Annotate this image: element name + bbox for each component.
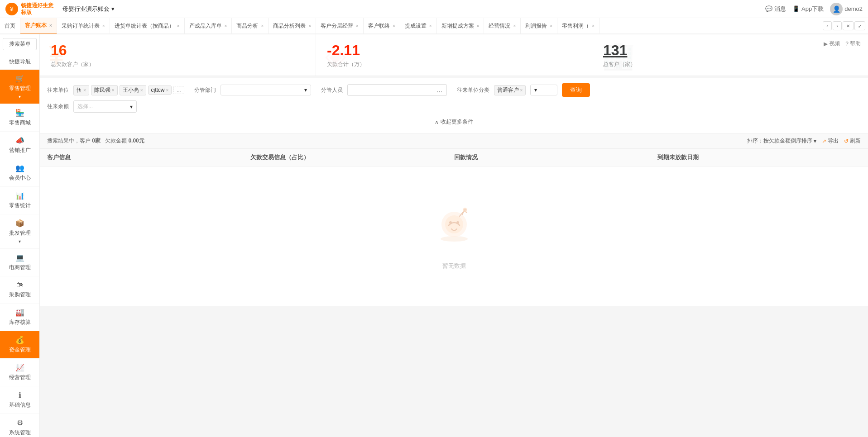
filter-row-1: 往来单位 伍 × 陈民强 × 王小亮 × cjttcw [47, 83, 861, 97]
query-button[interactable]: 查询 [562, 83, 590, 97]
tab-jinhuo[interactable]: 进货单统计表（按商品） × [110, 18, 185, 34]
tab-shangpin-list[interactable]: 商品分析列表 × [269, 18, 316, 34]
filter-tag-cjttcw: cjttcw × [148, 86, 172, 95]
card-top-actions: ▶ 视频 ? 帮助 [824, 40, 861, 48]
sidebar-item-zijin[interactable]: 💰 资金管理 [0, 331, 39, 359]
collapse-button[interactable]: ∧ 收起更多条件 [431, 116, 477, 128]
refresh-button[interactable]: ↺ 刷新 [844, 137, 861, 145]
sidebar-quick-nav[interactable]: 快捷导航 [0, 54, 39, 70]
unit-class-select[interactable]: ▾ [530, 85, 557, 95]
tab-jingying[interactable]: 经营情况 × [484, 18, 521, 34]
nav-prev-button[interactable]: ‹ [823, 21, 832, 30]
expand-icon: ▾ [19, 94, 21, 99]
tab-lingshouliru[interactable]: 零售利润（ × [557, 18, 599, 34]
filter-tag-wangxiaoliang: 王小亮 × [120, 85, 146, 95]
summary-cards: ¥ 16 总欠款客户（家） ◈ -2.11 欠款合计（万） 🏢 131 总客户（… [40, 34, 868, 76]
tab-kehu-fen[interactable]: 客户分层经营 × [316, 18, 364, 34]
balance-filter-select[interactable]: 选择... ▾ [73, 100, 137, 113]
tab-close-kehu-lian[interactable]: × [393, 24, 395, 28]
sidebar-item-diansang[interactable]: 💻 电商管理 [0, 249, 39, 276]
sidebar-item-kucun[interactable]: 🏭 库存核算 [0, 304, 39, 331]
card3-bg-icon: 🏢 [601, 39, 635, 71]
card2-bg-icon: ◈ [325, 39, 346, 71]
tab-close-lirun[interactable]: × [550, 24, 552, 28]
tab-shangpin[interactable]: 商品分析 × [232, 18, 269, 34]
tab-close-jinhuo[interactable]: × [177, 24, 180, 28]
filter-tag-chenminqiang: 陈民强 × [91, 85, 118, 95]
tab-kehu-lian[interactable]: 客户联络 × [364, 18, 400, 34]
tab-home[interactable]: 首页 [0, 18, 20, 34]
export-button[interactable]: ↗ 导出 [822, 137, 839, 145]
jingying-icon: 📈 [15, 363, 24, 372]
empty-text: 暂无数据 [442, 262, 466, 270]
tag-close-chenminqiang[interactable]: × [112, 88, 115, 93]
tag-close-wu[interactable]: × [83, 88, 86, 93]
user-avatar-button[interactable]: 👤 demo2 [830, 3, 863, 15]
diansang-icon: 💻 [15, 253, 24, 262]
tag-close-putong[interactable]: × [520, 88, 523, 93]
data-table: 客户信息 欠款交易信息（占比） 回款情况 到期未放款日期 [40, 149, 868, 306]
message-button[interactable]: 💬 消息 [765, 5, 786, 13]
sidebar-item-yingxiao[interactable]: 📣 营销推广 [0, 132, 39, 159]
sidebar-item-pifa[interactable]: 📦 批发管理 ▾ [0, 214, 39, 249]
filter-tags-class: 普通客户 × [494, 85, 526, 95]
sidebar-item-lingshouguan[interactable]: 🛒 零售管理 ▾ [0, 70, 39, 104]
tab-keben[interactable]: 客户账本 × [20, 18, 57, 34]
nav-next-button[interactable]: › [833, 21, 842, 30]
table-header: 客户信息 欠款交易信息（占比） 回款情况 到期未放款日期 [40, 149, 868, 166]
tab-ticheng[interactable]: 提成设置 × [400, 18, 437, 34]
tab-close-jingying[interactable]: × [513, 24, 516, 28]
sidebar-item-lingshao-tong[interactable]: 📊 零售统计 [0, 187, 39, 214]
tab-close-lingshouliru[interactable]: × [592, 24, 595, 28]
more-tags-button[interactable]: ... [173, 86, 184, 94]
summary-card-customers: ¥ 16 总欠款客户（家） [40, 34, 316, 76]
nav-close-all-button[interactable]: ✕ [843, 21, 854, 30]
tab-close-caigou[interactable]: × [102, 24, 105, 28]
collapse-row: ∧ 收起更多条件 [47, 116, 861, 128]
search-menu-button[interactable]: 搜索菜单 [3, 38, 37, 50]
yingxiao-icon: 📣 [15, 136, 24, 145]
col-debt-info: 欠款交易信息（占比） [250, 153, 454, 162]
sidebar-item-huiyuan[interactable]: 👥 会员中心 [0, 159, 39, 187]
store-selector[interactable]: 母婴行业演示账套 ▾ [62, 5, 115, 13]
tab-close-chengpin[interactable]: × [225, 24, 227, 28]
tab-close-xin-ticheng[interactable]: × [477, 24, 480, 28]
tab-caigou[interactable]: 采购订单统计表 × [57, 18, 110, 34]
unit-class-chevron: ▾ [534, 87, 537, 93]
refresh-icon: ↺ [844, 138, 849, 144]
tab-chengpin[interactable]: 产成品入库单 × [185, 18, 232, 34]
video-button[interactable]: ▶ 视频 [824, 40, 840, 48]
help-button[interactable]: ? 帮助 [845, 40, 861, 48]
sidebar-item-jingying[interactable]: 📈 经营管理 [0, 359, 39, 386]
tab-lirun[interactable]: 利润报告 × [521, 18, 557, 34]
person-filter-select[interactable]: … [347, 84, 447, 96]
lingshao-shang-icon: 🏪 [15, 109, 24, 117]
tab-close-shangpin[interactable]: × [261, 24, 264, 28]
sidebar-item-caigou[interactable]: 🛍 采购管理 [0, 276, 39, 304]
sidebar-item-xitong[interactable]: ⚙ 系统管理 [0, 414, 39, 437]
sort-icon: ▾ [814, 138, 816, 144]
sidebar-search-area: 搜索菜单 [0, 34, 39, 54]
tab-xin-ticheng[interactable]: 新增提成方案 × [437, 18, 484, 34]
balance-chevron-icon: ▾ [130, 104, 133, 110]
expand-icon2: ▾ [19, 239, 21, 244]
result-bar: 搜索结果中，客户 0家 欠款金额 0.00元 排序：按欠款金额倒序排序 ▾ ↗ … [40, 133, 868, 149]
tab-close-keben[interactable]: × [49, 23, 52, 28]
tab-close-shangpin-list[interactable]: × [308, 24, 311, 28]
dept-chevron-icon: ▾ [304, 87, 307, 93]
collapse-icon: ∧ [435, 119, 439, 125]
tab-close-ticheng[interactable]: × [429, 24, 432, 28]
chevron-down-icon: ▾ [111, 5, 115, 12]
sidebar-item-jichu[interactable]: ℹ 基础信息 [0, 386, 39, 414]
tab-close-kehu-fen[interactable]: × [356, 24, 359, 28]
sort-button[interactable]: 排序：按欠款金额倒序排序 ▾ [747, 137, 816, 145]
tag-close-wangxiaoliang[interactable]: × [140, 88, 143, 93]
nav-max-button[interactable]: ⤢ [854, 21, 865, 30]
dept-filter-select[interactable]: ▾ [221, 85, 311, 95]
card1-bg-icon: ¥ [49, 39, 64, 71]
lingshouguan-icon: 🛒 [15, 74, 24, 83]
app-download-button[interactable]: 📱 App下载 [792, 5, 824, 13]
sidebar-item-lingshao-shang[interactable]: 🏪 零售商城 [0, 104, 39, 132]
tag-close-cjttcw[interactable]: × [166, 88, 169, 93]
result-summary: 搜索结果中，客户 0家 欠款金额 0.00元 [47, 137, 144, 145]
